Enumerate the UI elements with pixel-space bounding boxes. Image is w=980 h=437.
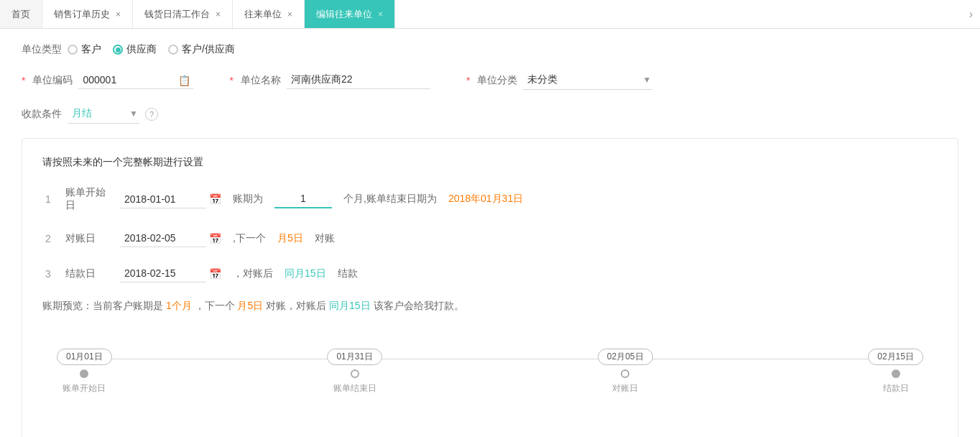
timeline-badge-4: 02月15日 (868, 349, 923, 365)
radio-both[interactable]: 客户/供应商 (168, 43, 235, 56)
timeline-label-2: 账单结束日 (333, 382, 376, 395)
preview-part3: 同月15日 (329, 300, 371, 311)
unit-category-select[interactable]: 未分类 ▼ (523, 70, 652, 90)
period-reconcile-day: 月5日 (277, 232, 303, 245)
unit-code-label: 单位编码 (32, 74, 73, 87)
unit-name-input[interactable] (287, 71, 430, 89)
payment-condition-label: 收款条件 (22, 108, 62, 121)
card-title: 请按照未来的一个完整帐期进行设置 (42, 156, 938, 169)
period-desc-prefix-2: ,下一个 (233, 232, 266, 245)
period-date-2-input[interactable] (120, 229, 206, 247)
period-num-2: 2 (42, 233, 54, 244)
unit-category-label: 单位分类 (477, 74, 517, 87)
timeline-circle-4 (892, 369, 900, 378)
tab-sales-history[interactable]: 销售订单历史 × (42, 0, 133, 28)
preview-prefix: 账期预览：当前客户账期是 (42, 300, 163, 311)
period-payment-day: 同月15日 (285, 267, 326, 280)
unit-name-label: 单位名称 (241, 74, 281, 87)
preview-mid2: 对账，对账后 (266, 300, 326, 311)
timeline-badge-3: 02月05日 (598, 349, 653, 365)
radio-supplier[interactable]: 供应商 (113, 43, 157, 56)
period-end-date: 2018年01月31日 (448, 193, 523, 206)
timeline-circle-2 (351, 369, 359, 378)
timeline-circle-3 (621, 369, 629, 378)
radio-both-circle (168, 45, 178, 55)
unit-info-row: * 单位编码 📋 * 单位名称 * 单位分类 未分类 ▼ (22, 70, 958, 90)
timeline-node-4: 02月15日 结款日 (868, 349, 923, 395)
unit-type-row: 单位类型 客户 供应商 客户/供应商 (22, 43, 958, 56)
tab-bar: 首页 销售订单历史 × 钱货日清工作台 × 往来单位 × 编辑往来单位 × › (0, 0, 980, 29)
payment-condition-select[interactable]: 月结 ▼ (68, 104, 139, 124)
period-card: 请按照未来的一个完整帐期进行设置 1 账单开始日 📅 账期为 个月,账单结束日期… (22, 138, 958, 437)
timeline-label-1: 账单开始日 (63, 382, 106, 395)
period-label-3: 结款日 (65, 267, 108, 280)
unit-code-group: * 单位编码 📋 (22, 71, 193, 89)
preview-part1: 1个月 (166, 300, 192, 311)
timeline-node-3: 02月05日 对账日 (598, 349, 653, 395)
unit-type-group: 单位类型 客户 供应商 客户/供应商 (22, 43, 235, 56)
period-date-3-wrapper: 📅 (120, 264, 221, 282)
preview-part2: 月5日 (237, 300, 263, 311)
radio-supplier-circle (113, 45, 123, 55)
period-num-1: 1 (42, 193, 54, 205)
unit-category-arrow: ▼ (642, 75, 651, 85)
unit-name-group: * 单位名称 (229, 71, 430, 89)
help-icon[interactable]: ? (145, 108, 158, 121)
tab-expand-button[interactable]: › (962, 0, 980, 28)
unit-category-value: 未分类 (523, 70, 575, 89)
period-row-3: 3 结款日 📅 ，对账后 同月15日 结款 (42, 264, 938, 282)
timeline-badge-2: 01月31日 (327, 349, 382, 365)
main-content: 单位类型 客户 供应商 客户/供应商 * 单位编码 (0, 29, 980, 437)
tab-edit-partner-close[interactable]: × (378, 9, 383, 19)
months-input[interactable] (274, 190, 332, 208)
tab-home[interactable]: 首页 (0, 0, 42, 28)
preview-mid1: ，下一个 (195, 300, 235, 311)
payment-condition-value: 月结 (68, 104, 109, 123)
period-desc-suffix-2: 对账 (315, 232, 335, 245)
timeline-label-4: 结款日 (883, 382, 909, 395)
period-desc-suffix-3: 结款 (338, 267, 358, 280)
period-desc-prefix-3: ，对账后 (233, 267, 273, 280)
period-row-1: 1 账单开始日 📅 账期为 个月,账单结束日期为 2018年01月31日 (42, 186, 938, 212)
tab-cashflow-close[interactable]: × (216, 9, 221, 19)
period-date-3-input[interactable] (120, 264, 206, 282)
calendar-icon-3[interactable]: 📅 (209, 268, 221, 280)
timeline-label-3: 对账日 (612, 382, 638, 395)
unit-type-radios: 客户 供应商 客户/供应商 (68, 43, 235, 56)
calendar-icon-1[interactable]: 📅 (209, 193, 221, 205)
tab-partner[interactable]: 往来单位 × (233, 0, 305, 28)
preview-suffix: 该客户会给我打款。 (374, 300, 464, 311)
payment-condition-row: 收款条件 月结 ▼ ? (22, 104, 958, 124)
radio-customer[interactable]: 客户 (68, 43, 101, 56)
unit-type-label: 单位类型 (22, 43, 62, 56)
period-row-2: 2 对账日 📅 ,下一个 月5日 对账 (42, 229, 938, 247)
calendar-icon-2[interactable]: 📅 (209, 233, 221, 244)
tab-cashflow[interactable]: 钱货日清工作台 × (133, 0, 233, 28)
unit-category-group: * 单位分类 未分类 ▼ (466, 70, 652, 90)
period-label-2: 对账日 (65, 232, 108, 245)
period-desc-prefix-1: 账期为 (233, 193, 263, 206)
period-desc-suffix-1: 个月,账单结束日期为 (343, 193, 437, 206)
timeline-circle-1 (80, 369, 88, 378)
period-label-1: 账单开始日 (65, 186, 108, 212)
timeline: 01月01日 账单开始日 01月31日 账单结束日 02月05日 对账日 (42, 334, 938, 431)
unit-code-input[interactable] (78, 71, 193, 89)
period-date-2-wrapper: 📅 (120, 229, 221, 247)
period-num-3: 3 (42, 268, 54, 280)
unit-code-icon[interactable]: 📋 (178, 75, 190, 86)
period-date-1-input[interactable] (120, 190, 206, 208)
unit-code-wrapper: 📋 (78, 71, 193, 89)
payment-condition-arrow: ▼ (129, 109, 138, 119)
period-date-1-wrapper: 📅 (120, 190, 221, 208)
payment-condition-group: 收款条件 月结 ▼ ? (22, 104, 158, 124)
radio-customer-circle (68, 45, 78, 55)
timeline-nodes: 01月01日 账单开始日 01月31日 账单结束日 02月05日 对账日 (57, 349, 923, 395)
timeline-badge-1: 01月01日 (57, 349, 112, 365)
timeline-node-2: 01月31日 账单结束日 (327, 349, 382, 395)
tab-sales-history-close[interactable]: × (116, 9, 121, 19)
tab-edit-partner[interactable]: 编辑往来单位 × (305, 0, 395, 28)
preview-text: 账期预览：当前客户账期是 1个月 ，下一个 月5日 对账，对账后 同月15日 该… (42, 300, 938, 313)
tab-partner-close[interactable]: × (287, 9, 292, 19)
timeline-node-1: 01月01日 账单开始日 (57, 349, 112, 395)
